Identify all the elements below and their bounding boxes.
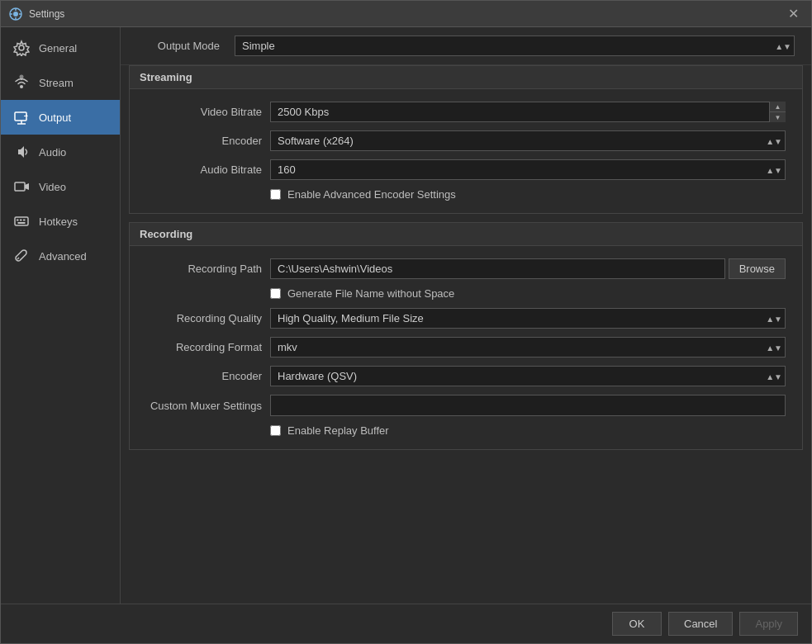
- recording-encoder-label: Encoder: [146, 370, 262, 382]
- audio-bitrate-label: Audio Bitrate: [146, 163, 262, 176]
- sidebar-item-stream-label: Stream: [39, 77, 74, 89]
- sidebar-item-hotkeys[interactable]: Hotkeys: [1, 204, 120, 239]
- sidebar-item-hotkeys-label: Hotkeys: [39, 215, 78, 228]
- video-icon: [12, 178, 31, 196]
- svg-rect-16: [15, 217, 28, 225]
- advanced-encoder-checkbox[interactable]: [270, 189, 281, 200]
- replay-buffer-row: Enable Replay Buffer: [130, 420, 802, 441]
- titlebar: Settings ✕: [1, 1, 811, 27]
- recording-encoder-select[interactable]: Hardware (QSV) Software (x264) Hardware …: [270, 366, 786, 386]
- recording-path-input[interactable]: [270, 258, 725, 279]
- video-bitrate-down[interactable]: ▼: [770, 112, 786, 122]
- recording-format-select[interactable]: mkv mp4 flv ts: [270, 337, 786, 358]
- sidebar-item-advanced[interactable]: Advanced: [1, 239, 120, 273]
- recording-section: Recording Recording Path Browse Generate…: [129, 222, 803, 450]
- svg-point-1: [13, 12, 18, 17]
- svg-rect-19: [23, 220, 26, 221]
- titlebar-title: Settings: [29, 8, 783, 20]
- gear-icon: [12, 39, 31, 57]
- output-mode-select[interactable]: Simple Advanced: [235, 36, 795, 56]
- custom-muxer-wrap: [270, 395, 786, 416]
- recording-quality-select[interactable]: High Quality, Medium File Size Indisting…: [270, 308, 786, 329]
- recording-format-label: Recording Format: [146, 341, 262, 353]
- apply-button[interactable]: Apply: [739, 612, 798, 636]
- custom-muxer-label: Custom Muxer Settings: [146, 400, 262, 412]
- bottom-bar: OK Cancel Apply: [1, 604, 811, 643]
- video-bitrate-label: Video Bitrate: [146, 106, 262, 118]
- sidebar-item-general-label: General: [39, 42, 77, 54]
- recording-quality-wrap: High Quality, Medium File Size Indisting…: [270, 308, 786, 329]
- sidebar-item-output[interactable]: Output: [1, 100, 120, 135]
- recording-quality-row: Recording Quality High Quality, Medium F…: [130, 304, 802, 333]
- sidebar-item-video[interactable]: Video: [1, 169, 120, 204]
- sidebar-item-audio-label: Audio: [39, 146, 66, 159]
- streaming-encoder-wrap: Software (x264) Hardware (QSV) Hardware …: [270, 130, 786, 151]
- recording-encoder-row: Encoder Hardware (QSV) Software (x264) H…: [130, 362, 802, 391]
- svg-point-8: [20, 75, 24, 79]
- output-mode-label: Output Mode: [137, 40, 220, 52]
- advanced-encoder-label[interactable]: Enable Advanced Encoder Settings: [287, 188, 456, 201]
- streaming-encoder-select[interactable]: Software (x264) Hardware (QSV) Hardware …: [270, 130, 786, 151]
- wifi-icon: [12, 73, 31, 92]
- recording-path-wrap: Browse: [270, 258, 786, 279]
- video-bitrate-spinners: ▲ ▼: [769, 102, 786, 122]
- sidebar-item-audio[interactable]: Audio: [1, 135, 120, 169]
- audio-bitrate-wrap: 160 128 192 320 ▲▼: [270, 159, 786, 180]
- video-bitrate-input[interactable]: [270, 102, 786, 122]
- generate-filename-label[interactable]: Generate File Name without Space: [287, 287, 454, 300]
- audio-icon: [12, 143, 31, 161]
- recording-quality-label: Recording Quality: [146, 312, 262, 324]
- streaming-section: Streaming Video Bitrate ▲ ▼: [129, 65, 803, 214]
- close-button[interactable]: ✕: [783, 4, 803, 24]
- recording-format-wrap: mkv mp4 flv ts ▲▼: [270, 337, 786, 358]
- svg-marker-13: [24, 114, 28, 116]
- recording-path-label: Recording Path: [146, 263, 262, 275]
- keyboard-icon: [12, 212, 31, 230]
- video-bitrate-wrap: ▲ ▼: [270, 102, 786, 122]
- output-mode-wrapper: Simple Advanced ▲▼: [235, 36, 795, 56]
- audio-bitrate-select[interactable]: 160 128 192 320: [270, 159, 786, 180]
- svg-rect-20: [18, 222, 26, 224]
- sidebar-item-stream[interactable]: Stream: [1, 65, 120, 100]
- recording-format-row: Recording Format mkv mp4 flv ts ▲▼: [130, 333, 802, 362]
- replay-buffer-checkbox[interactable]: [270, 425, 281, 436]
- advanced-encoder-row: Enable Advanced Encoder Settings: [130, 184, 802, 205]
- svg-line-21: [17, 258, 19, 259]
- svg-rect-14: [15, 182, 25, 191]
- sidebar: General Stream: [1, 27, 121, 604]
- streaming-encoder-row: Encoder Software (x264) Hardware (QSV) H…: [130, 126, 802, 155]
- ok-button[interactable]: OK: [612, 612, 662, 636]
- generate-filename-checkbox[interactable]: [270, 288, 281, 299]
- wrench-icon: [12, 247, 31, 265]
- streaming-body: Video Bitrate ▲ ▼ Encoder: [130, 89, 802, 213]
- recording-body: Recording Path Browse Generate File Name…: [130, 246, 802, 449]
- svg-point-6: [19, 45, 24, 50]
- output-mode-row: Output Mode Simple Advanced ▲▼: [121, 27, 811, 65]
- titlebar-icon: [9, 7, 22, 21]
- streaming-encoder-label: Encoder: [146, 135, 262, 147]
- sidebar-item-video-label: Video: [39, 181, 66, 193]
- settings-window: Settings ✕ General: [0, 0, 812, 644]
- generate-filename-row: Generate File Name without Space: [130, 283, 802, 304]
- output-icon: [12, 108, 31, 126]
- main-content: Output Mode Simple Advanced ▲▼ Streaming…: [121, 27, 811, 604]
- custom-muxer-row: Custom Muxer Settings: [130, 391, 802, 420]
- video-bitrate-up[interactable]: ▲: [770, 102, 786, 112]
- streaming-header: Streaming: [130, 66, 802, 89]
- video-bitrate-row: Video Bitrate ▲ ▼: [130, 97, 802, 126]
- sidebar-item-advanced-label: Advanced: [39, 250, 87, 263]
- sidebar-item-output-label: Output: [39, 111, 71, 124]
- recording-path-row: Recording Path Browse: [130, 254, 802, 283]
- replay-buffer-label[interactable]: Enable Replay Buffer: [287, 424, 389, 437]
- svg-rect-17: [17, 220, 19, 221]
- audio-bitrate-row: Audio Bitrate 160 128 192 320 ▲▼: [130, 155, 802, 184]
- cancel-button[interactable]: Cancel: [668, 612, 733, 636]
- recording-encoder-wrap: Hardware (QSV) Software (x264) Hardware …: [270, 366, 786, 386]
- browse-button[interactable]: Browse: [729, 258, 786, 279]
- svg-rect-18: [20, 220, 22, 221]
- svg-point-7: [20, 85, 23, 88]
- recording-header: Recording: [130, 223, 802, 246]
- custom-muxer-input[interactable]: [270, 395, 786, 416]
- sidebar-item-general[interactable]: General: [1, 31, 120, 65]
